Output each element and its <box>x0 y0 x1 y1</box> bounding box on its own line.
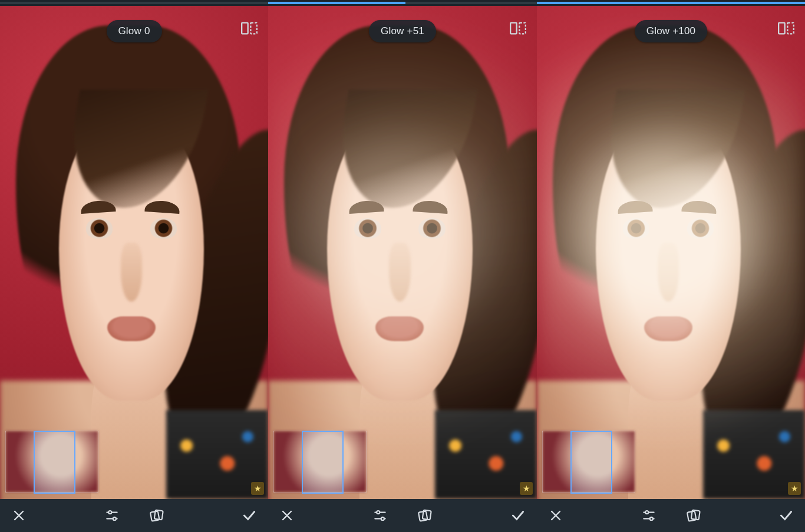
editor-panel: Glow +100 ★ <box>537 0 805 532</box>
minimap-viewport[interactable] <box>570 431 612 494</box>
slider-track[interactable] <box>0 0 268 6</box>
compare-icon[interactable] <box>241 21 258 35</box>
minimap-viewport[interactable] <box>34 431 75 494</box>
editor-panel: Glow 0 ★ <box>0 0 268 532</box>
svg-point-14 <box>645 511 648 514</box>
compare-icon[interactable] <box>778 21 794 35</box>
navigator-minimap[interactable] <box>273 431 367 493</box>
star-icon[interactable]: ★ <box>251 482 264 495</box>
svg-rect-13 <box>787 23 794 34</box>
navigator-minimap[interactable] <box>5 431 98 493</box>
svg-rect-6 <box>510 23 517 34</box>
styles-button[interactable] <box>685 507 702 524</box>
styles-button[interactable] <box>417 507 433 524</box>
svg-point-2 <box>108 511 111 514</box>
adjust-button[interactable] <box>104 507 120 524</box>
navigator-minimap[interactable] <box>542 431 635 493</box>
adjust-button[interactable] <box>372 507 388 524</box>
apply-button[interactable] <box>510 507 526 524</box>
slider-track[interactable] <box>537 0 805 6</box>
svg-rect-1 <box>250 23 257 34</box>
svg-point-9 <box>381 517 384 520</box>
image-canvas[interactable]: Glow +100 ★ <box>537 6 805 499</box>
svg-point-8 <box>377 511 380 514</box>
cancel-button[interactable] <box>547 507 564 524</box>
glow-value-chip[interactable]: Glow 0 <box>106 20 161 42</box>
star-icon[interactable]: ★ <box>520 482 533 495</box>
slider-fill <box>537 2 805 4</box>
svg-point-3 <box>113 517 116 520</box>
svg-rect-0 <box>242 23 248 34</box>
image-canvas[interactable]: Glow 0 ★ <box>0 6 268 499</box>
adjust-button[interactable] <box>641 507 657 524</box>
apply-button[interactable] <box>778 507 794 524</box>
star-icon[interactable]: ★ <box>788 482 801 495</box>
glow-value-chip[interactable]: Glow +100 <box>635 20 708 42</box>
slider-fill <box>268 2 405 4</box>
glow-value-chip[interactable]: Glow +51 <box>369 20 436 42</box>
cancel-button[interactable] <box>279 507 295 524</box>
editor-panel: Glow +51 ★ <box>268 0 537 532</box>
image-canvas[interactable]: Glow +51 ★ <box>268 6 537 499</box>
compare-icon[interactable] <box>510 21 526 35</box>
svg-point-15 <box>649 517 652 520</box>
styles-button[interactable] <box>149 507 165 524</box>
bottom-toolbar <box>537 499 805 532</box>
svg-rect-7 <box>519 23 526 34</box>
apply-button[interactable] <box>241 507 258 524</box>
comparison-row: Glow 0 ★ <box>0 0 805 532</box>
cancel-button[interactable] <box>11 507 27 524</box>
bottom-toolbar <box>268 499 537 532</box>
bottom-toolbar <box>0 499 268 532</box>
minimap-viewport[interactable] <box>302 431 344 494</box>
svg-rect-12 <box>778 23 785 34</box>
slider-track[interactable] <box>268 0 537 6</box>
